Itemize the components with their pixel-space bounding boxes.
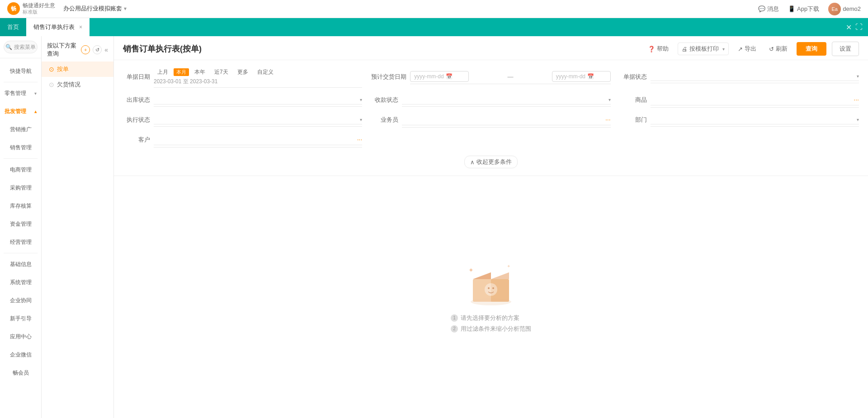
receipt-status-control[interactable]: ▾ (402, 94, 610, 107)
tab-sales-order[interactable]: 销售订单执行表 × (26, 18, 90, 36)
scheme-item-shortage[interactable]: ⊙ 欠货情况 (42, 77, 113, 92)
out-status-label: 出库状态 (123, 96, 150, 104)
collapse-panel-button[interactable]: « (104, 46, 108, 53)
sidebar-item-wholesale[interactable]: 批发管理 ▴ (0, 102, 41, 120)
date-tab-7days[interactable]: 近7天 (211, 67, 232, 77)
date-label: 单据日期 (123, 73, 150, 81)
sidebar-item-retail[interactable]: 零售管理 ▾ (0, 84, 41, 102)
sidebar-item-apps[interactable]: 应用中心 (0, 328, 41, 346)
content-area: 按以下方案查询 + ↺ « ⊙ 按单 (42, 36, 868, 418)
app-download-button[interactable]: 📱 App下载 (788, 5, 819, 13)
svg-text:✦: ✦ (507, 264, 510, 269)
sidebar-item-sales[interactable]: 销售管理 (0, 138, 41, 157)
query-button[interactable]: 查询 (797, 42, 826, 56)
expected-date-control: yyyy-mm-dd 📅 — yyyy-mm-dd 📅 (410, 69, 610, 84)
customer-label: 客户 (123, 136, 150, 144)
settings-button[interactable]: 设置 (832, 42, 859, 56)
maximize-icon[interactable]: ⛶ (855, 23, 863, 31)
svg-text:✦: ✦ (468, 266, 474, 274)
date-range-text: 2023-03-01 至 2023-03-31 (154, 78, 217, 86)
collapse-filter-button[interactable]: ∧ 收起更多条件 (464, 156, 518, 168)
sidebar-item-corp[interactable]: 企业协同 (0, 291, 41, 309)
dept-control[interactable]: ▾ (651, 114, 859, 127)
scheme-item-by-order[interactable]: ⊙ 按单 (42, 62, 113, 77)
receipt-status-arrow-icon: ▾ (609, 97, 611, 102)
user-menu[interactable]: Ea demo2 (828, 3, 861, 15)
customer-control[interactable]: ··· (154, 132, 362, 147)
radio-active-icon: ⊙ (49, 66, 54, 73)
breadcrumb-arrow-icon: ▾ (124, 5, 127, 12)
date-tab-custom[interactable]: 自定义 (254, 67, 277, 77)
sidebar-item-newbie[interactable]: 新手引导 (0, 309, 41, 328)
breadcrumb[interactable]: 办公用品行业模拟账套 ▾ (63, 5, 127, 13)
message-button[interactable]: 💬 消息 (758, 5, 779, 13)
goods-control[interactable]: ··· (651, 92, 859, 108)
filter-exec-status: 执行状态 ▾ (123, 112, 362, 128)
empty-tips: 1 请先选择要分析的方案 2 用过滤条件来缩小分析范围 (451, 314, 531, 336)
sidebar-search-button[interactable]: 🔍 搜索菜单 (4, 41, 38, 53)
refresh-button[interactable]: ↺ 刷新 (765, 43, 791, 55)
sidebar-item-operations[interactable]: 经营管理 (0, 233, 41, 251)
sidebar-item-basic[interactable]: 基础信息 (0, 255, 41, 273)
sidebar-item-inventory[interactable]: 库存核算 (0, 197, 41, 215)
export-icon: ↗ (738, 46, 743, 52)
help-button[interactable]: ❓ 帮助 (644, 43, 672, 55)
sidebar-item-marketing[interactable]: 营销推广 (0, 120, 41, 138)
sidebar-nav: 快捷导航 零售管理 ▾ 批发管理 ▴ 营销推广 销售管理 电商管理 采购管理 (0, 58, 41, 385)
header-actions: ❓ 帮助 🖨 按模板打印 ▾ ↗ 导出 ↺ (644, 42, 859, 56)
customer-dots-icon[interactable]: ··· (357, 136, 363, 143)
scheme-by-order-label: 按单 (57, 65, 69, 73)
left-panel-actions: + ↺ « (81, 45, 108, 54)
page-title: 销售订单执行表(按单) (123, 43, 202, 54)
date-control[interactable]: 上月 本月 本年 近7天 更多 自定义 2023-03-01 至 2023-03… (154, 66, 362, 88)
sidebar-search-area: 🔍 搜索菜单 (0, 36, 41, 58)
filter-goods: 商品 ··· (620, 92, 859, 108)
receipt-status-label: 收款状态 (371, 96, 398, 104)
home-tab-label: 首页 (7, 23, 19, 31)
chevron-up-icon: ∧ (470, 159, 475, 166)
goods-dots-icon[interactable]: ··· (854, 96, 859, 103)
divider-3 (4, 253, 38, 253)
add-scheme-button[interactable]: + (81, 45, 90, 54)
radio-icon: ⊙ (49, 81, 54, 88)
date-tab-current-month[interactable]: 本月 (174, 68, 189, 76)
export-button[interactable]: ↗ 导出 (734, 43, 760, 55)
sidebar-item-system[interactable]: 系统管理 (0, 273, 41, 291)
divider-2 (4, 158, 38, 159)
sidebar-item-member[interactable]: 畅会员 (0, 364, 41, 382)
refresh-scheme-button[interactable]: ↺ (93, 45, 102, 54)
out-status-control[interactable]: ▾ (154, 94, 362, 107)
date-tab-more[interactable]: 更多 (234, 67, 252, 77)
calendar-icon: 📅 (446, 73, 453, 80)
inner-layout: 按以下方案查询 + ↺ « ⊙ 按单 (42, 36, 868, 418)
expected-date-end-input[interactable]: yyyy-mm-dd 📅 (552, 71, 611, 82)
left-panel: 按以下方案查询 + ↺ « ⊙ 按单 (42, 36, 114, 418)
sidebar-item-finance[interactable]: 资金管理 (0, 215, 41, 233)
exec-status-label: 执行状态 (123, 116, 150, 124)
tab-close-icon[interactable]: × (79, 24, 82, 30)
date-tab-current-year[interactable]: 本年 (191, 67, 209, 77)
sidebar-item-quicknav[interactable]: 快捷导航 (0, 62, 41, 80)
expected-date-start-input[interactable]: yyyy-mm-dd 📅 (410, 71, 469, 82)
avatar: Ea (828, 3, 841, 15)
exec-status-control[interactable]: ▾ (154, 114, 362, 127)
print-button[interactable]: 🖨 按模板打印 ▾ (678, 43, 729, 55)
active-tab-label: 销售订单执行表 (33, 23, 75, 31)
doc-status-arrow-icon: ▾ (857, 74, 859, 79)
tab-home[interactable]: 首页 (0, 18, 26, 36)
salesperson-control[interactable]: ··· (402, 112, 610, 128)
exec-status-arrow-icon: ▾ (360, 117, 362, 122)
filter-out-status: 出库状态 ▾ (123, 92, 362, 108)
sidebar-item-ecommerce[interactable]: 电商管理 (0, 161, 41, 179)
sidebar-item-wechat[interactable]: 企业微信 (0, 346, 41, 364)
logo-area: 畅 畅捷通好生意 标准版 (7, 2, 55, 15)
sidebar-item-purchase[interactable]: 采购管理 (0, 179, 41, 197)
date-tab-prev-month[interactable]: 上月 (154, 67, 172, 77)
filter-doc-status: 单据状态 ▾ (620, 66, 859, 88)
doc-status-control[interactable]: ▾ (651, 70, 859, 83)
page-header: 销售订单执行表(按单) ❓ 帮助 🖨 按模板打印 ▾ ↗ (114, 36, 868, 60)
breadcrumb-text: 办公用品行业模拟账套 (63, 5, 122, 13)
salesperson-dots-icon[interactable]: ··· (605, 116, 611, 123)
empty-tip-2: 2 用过滤条件来缩小分析范围 (451, 325, 531, 333)
close-window-icon[interactable]: ✕ (846, 23, 852, 32)
